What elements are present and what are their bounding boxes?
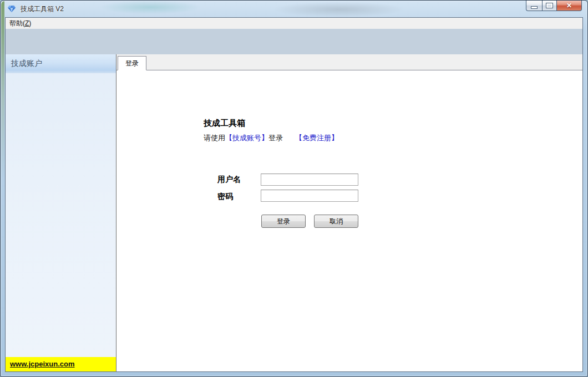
sidebar: 技成账户 www.jcpeixun.com (6, 54, 116, 371)
maximize-button[interactable] (542, 1, 557, 11)
main-panel: 登录 技成工具箱 请使用【技成账号】登录【免费注册】 用户名 密码 登录 取消 (116, 54, 582, 371)
menu-help[interactable]: 帮助(Z) (6, 18, 35, 29)
form-prompt: 请使用【技成账号】登录【免费注册】 (204, 133, 338, 143)
window-title: 技成工具箱 V2 (21, 4, 64, 14)
window-body: 帮助(Z) 技成账户 www.jcpeixun.com 登录 技成工具箱 请使用… (5, 17, 583, 372)
close-icon: ✕ (566, 2, 572, 9)
sidebar-header-account[interactable]: 技成账户 (6, 54, 116, 73)
username-input[interactable] (261, 174, 358, 186)
menubar: 帮助(Z) (6, 18, 582, 29)
register-link[interactable]: 【免费注册】 (295, 134, 338, 142)
app-window: 技成工具箱 V2 ✕ 帮助(Z) 技成账户 www.jcpeixun.com (0, 0, 588, 377)
account-link[interactable]: 【技成账号】 (225, 134, 268, 142)
login-button[interactable]: 登录 (261, 215, 306, 228)
website-link[interactable]: www.jcpeixun.com (6, 357, 116, 371)
tab-login[interactable]: 登录 (118, 56, 146, 70)
titlebar[interactable]: 技成工具箱 V2 ✕ (1, 1, 587, 17)
window-controls: ✕ (526, 1, 582, 11)
titlebar-sheen (1, 1, 587, 17)
menu-help-suffix: ) (29, 19, 31, 27)
cancel-button[interactable]: 取消 (314, 215, 358, 228)
tab-strip: 登录 (116, 54, 582, 70)
prompt-suffix: 登录 (268, 134, 283, 142)
maximize-icon (546, 3, 552, 8)
menu-help-prefix: 帮助( (9, 19, 25, 27)
username-label: 用户名 (217, 175, 241, 185)
toolbar (6, 29, 582, 54)
prompt-prefix: 请使用 (204, 134, 225, 142)
aero-glass-tint (1, 1, 4, 179)
login-panel: 技成工具箱 请使用【技成账号】登录【免费注册】 用户名 密码 登录 取消 (116, 70, 582, 371)
minimize-button[interactable] (526, 1, 542, 11)
password-label: 密码 (217, 192, 233, 202)
app-diamond-icon (7, 4, 16, 13)
minimize-icon (531, 7, 537, 8)
form-heading: 技成工具箱 (204, 118, 245, 129)
content-area: 技成账户 www.jcpeixun.com 登录 技成工具箱 请使用【技成账号】… (6, 54, 582, 371)
password-input[interactable] (261, 190, 358, 202)
close-button[interactable]: ✕ (557, 1, 582, 11)
